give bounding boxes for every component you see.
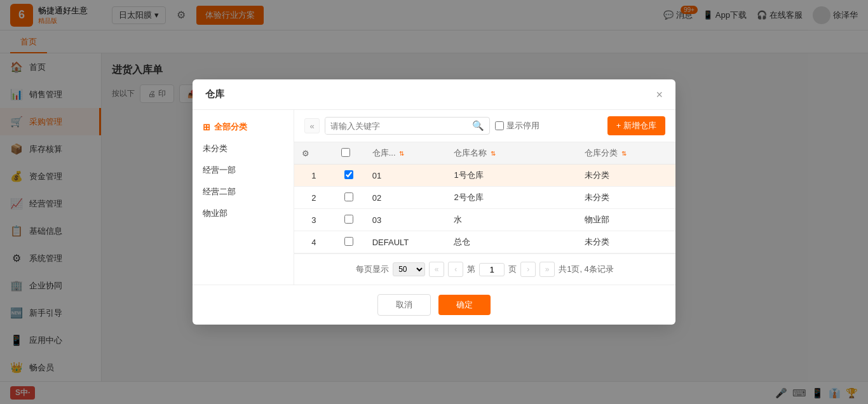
modal-toolbar: « 🔍 显示停用 + 新增仓库 <box>294 110 675 142</box>
goto-label: 第 <box>467 264 475 275</box>
search-input[interactable] <box>325 118 467 134</box>
modal-header: 仓库 × <box>193 79 675 110</box>
col-header-name[interactable]: 仓库名称 ⇅ <box>446 142 577 165</box>
category-all-label: 全部分类 <box>214 121 247 133</box>
category-uncat[interactable]: 未分类 <box>193 138 294 159</box>
last-page-button[interactable]: » <box>539 262 555 277</box>
select-all-checkbox[interactable] <box>341 148 350 157</box>
table-body: 1 01 1号仓库 未分类 2 <box>294 165 675 253</box>
col-name-label: 仓库名称 <box>454 148 487 158</box>
collapse-button[interactable]: « <box>304 118 320 133</box>
modal-pagination: 每页显示 50 100 200 « ‹ 第 页 › » 共1页, 4条记录 <box>294 253 675 285</box>
modal-close-button[interactable]: × <box>656 89 663 100</box>
category-prop[interactable]: 物业部 <box>193 203 294 224</box>
sort-cat-icon: ⇅ <box>621 150 627 157</box>
row-index: 4 <box>294 231 334 253</box>
prev-page-button[interactable]: ‹ <box>448 262 463 277</box>
category-dept1[interactable]: 经营一部 <box>193 159 294 181</box>
col-code-label: 仓库... <box>372 148 396 158</box>
search-input-wrap: 🔍 <box>325 117 490 135</box>
col-header-code[interactable]: 仓库... ⇅ <box>365 142 447 165</box>
row-name: 总仓 <box>446 231 577 253</box>
next-page-button[interactable]: › <box>520 262 536 277</box>
row-check <box>334 209 365 231</box>
grid-icon: ⊞ <box>203 122 210 132</box>
sort-code-icon: ⇅ <box>399 150 404 157</box>
row-index: 2 <box>294 187 334 209</box>
show-disabled-checkbox[interactable] <box>495 121 504 130</box>
row-code: DEFAULT <box>365 231 447 253</box>
table-header: ⚙ 仓库... ⇅ 仓库名称 ⇅ <box>294 142 675 165</box>
modal-footer: 取消 确定 <box>193 285 675 325</box>
category-prop-label: 物业部 <box>203 208 227 219</box>
modal-title: 仓库 <box>205 88 224 100</box>
row-name: 1号仓库 <box>446 165 577 187</box>
row-check <box>334 165 365 187</box>
row-code: 03 <box>365 209 447 231</box>
row-category: 物业部 <box>577 209 675 231</box>
row-checkbox[interactable] <box>344 192 353 201</box>
col-header-settings: ⚙ <box>294 142 334 165</box>
show-disabled-wrap: 显示停用 <box>495 120 539 131</box>
table-row[interactable]: 2 02 2号仓库 未分类 <box>294 187 675 209</box>
modal-main: « 🔍 显示停用 + 新增仓库 <box>294 110 675 285</box>
page-number-input[interactable] <box>479 263 505 276</box>
warehouse-modal: 仓库 × ⊞ 全部分类 未分类 经营一部 经营二部 <box>193 79 675 325</box>
modal-sidebar: ⊞ 全部分类 未分类 经营一部 经营二部 物业部 <box>193 110 294 285</box>
table-row[interactable]: 3 03 水 物业部 <box>294 209 675 231</box>
category-dept2-label: 经营二部 <box>203 186 236 198</box>
row-checkbox[interactable] <box>344 215 353 224</box>
row-name: 2号仓库 <box>446 187 577 209</box>
category-dept1-label: 经营一部 <box>203 165 236 176</box>
category-uncat-label: 未分类 <box>203 143 227 154</box>
confirm-button[interactable]: 确定 <box>438 295 491 315</box>
row-check <box>334 231 365 253</box>
page-size-select[interactable]: 50 100 200 <box>393 262 425 276</box>
table-row[interactable]: 1 01 1号仓库 未分类 <box>294 165 675 187</box>
total-label: 共1页, 4条记录 <box>559 264 614 275</box>
row-checkbox[interactable] <box>344 170 353 179</box>
row-code: 01 <box>365 165 447 187</box>
show-disabled-label: 显示停用 <box>506 120 539 131</box>
table-row[interactable]: 4 DEFAULT 总仓 未分类 <box>294 231 675 253</box>
table-container: ⚙ 仓库... ⇅ 仓库名称 ⇅ <box>294 142 675 253</box>
col-header-check <box>334 142 365 165</box>
sort-name-icon: ⇅ <box>491 150 496 157</box>
row-check <box>334 187 365 209</box>
row-category: 未分类 <box>577 165 675 187</box>
row-index: 1 <box>294 165 334 187</box>
category-all[interactable]: ⊞ 全部分类 <box>193 116 294 138</box>
category-dept2[interactable]: 经营二部 <box>193 181 294 203</box>
page-size-label: 每页显示 <box>356 264 389 275</box>
search-button[interactable]: 🔍 <box>467 118 489 134</box>
row-category: 未分类 <box>577 187 675 209</box>
row-index: 3 <box>294 209 334 231</box>
modal-body: ⊞ 全部分类 未分类 经营一部 经营二部 物业部 <box>193 110 675 285</box>
warehouse-table: ⚙ 仓库... ⇅ 仓库名称 ⇅ <box>294 142 675 253</box>
col-header-category[interactable]: 仓库分类 ⇅ <box>577 142 675 165</box>
modal-overlay: 仓库 × ⊞ 全部分类 未分类 经营一部 经营二部 <box>0 0 868 404</box>
row-code: 02 <box>365 187 447 209</box>
page-label: 页 <box>508 264 517 275</box>
row-checkbox[interactable] <box>344 237 353 246</box>
first-page-button[interactable]: « <box>429 262 444 277</box>
row-category: 未分类 <box>577 231 675 253</box>
new-warehouse-button[interactable]: + 新增仓库 <box>607 116 665 135</box>
cancel-button[interactable]: 取消 <box>377 294 431 316</box>
col-cat-label: 仓库分类 <box>585 148 618 158</box>
row-name: 水 <box>446 209 577 231</box>
